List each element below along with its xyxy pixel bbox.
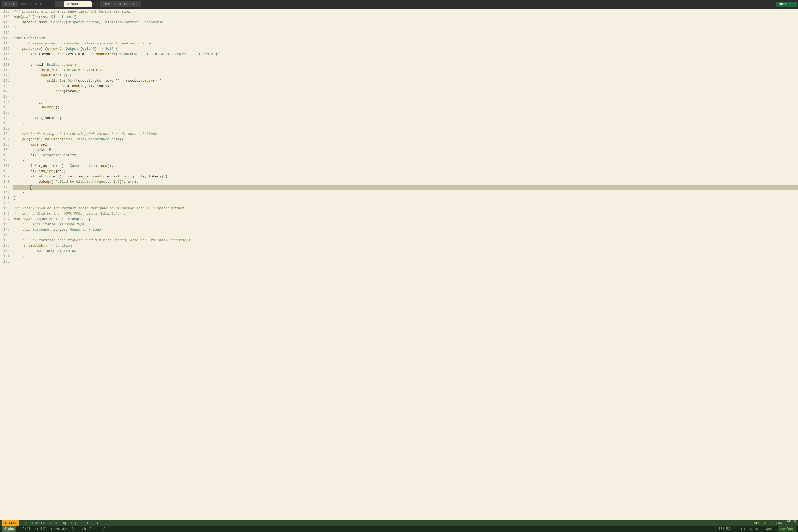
lc-132: pub(crate) fn dispatch<R: Into<DispatchR…	[13, 137, 798, 142]
ln-137: 137	[0, 163, 13, 169]
tab-bar: ⌗ / 1 [coc-explorer]-1 - 2 dispatch.rs $…	[0, 0, 798, 8]
line-119: 119 .name("dispatch-worker".into())	[0, 68, 798, 73]
ln-136: 136	[0, 158, 13, 163]
line-125: 125 })	[0, 99, 798, 105]
status-mode-label: V-LINE	[5, 521, 16, 525]
line-149: 149 type Response: server::Response + Se…	[0, 227, 798, 232]
line-136: 136 ) {	[0, 158, 798, 163]
bottom-day: Wed	[766, 527, 772, 531]
tab-1[interactable]: ⌗ / 1	[2, 1, 18, 7]
lc-148: /// Serializable response type.	[13, 222, 798, 227]
tab-separator-2: $ /	[92, 2, 99, 6]
ln-135: 135	[0, 153, 13, 158]
branch-label: master ᚠ	[779, 2, 794, 6]
line-134: 134 request: R,	[0, 147, 798, 153]
lc-109: pub(crate) struct Dispatcher {	[13, 14, 798, 20]
ln-122: 122	[0, 83, 13, 89]
tab-separator-1: [coc-explorer]-1 -	[18, 2, 55, 6]
surface-badge: surface	[778, 526, 796, 532]
status-dot: ●	[770, 521, 772, 525]
lc-116: let (sender, receiver) = mpsc::channel::…	[13, 52, 798, 57]
line-132: 132 pub(crate) fn dispatch<R: Into<Dispa…	[0, 137, 798, 142]
ln-121: 121	[0, 78, 13, 83]
status-separator-backslash-2: \	[81, 521, 82, 525]
lc-110: sender: mpsc::Sender<(DispatchRequest, I…	[13, 20, 798, 25]
ln-144: 144	[0, 201, 13, 206]
lc-141: }	[13, 185, 798, 190]
ln-126: 126	[0, 105, 13, 110]
status-encoding: utf-8[unix]	[55, 521, 76, 525]
line-117: 117	[0, 57, 798, 62]
ln-127: 127	[0, 110, 13, 115]
ln-147: 147	[0, 216, 13, 222]
ln-113: 113	[0, 36, 13, 41]
ln-128: 128	[0, 115, 13, 121]
lc-113: impl Dispatcher {	[13, 36, 798, 41]
lc-133: &mut self,	[13, 142, 798, 147]
line-138: 138 ctx.add_job(job);	[0, 169, 798, 174]
line-124: 124 }	[0, 94, 798, 99]
bottom-time: 12:41	[21, 527, 30, 531]
line-123: 123 drop(token);	[0, 89, 798, 94]
tab-2-label: 2	[58, 2, 60, 6]
ln-110: 110	[0, 20, 13, 25]
lc-122: request.handle(ctx, &out);	[13, 83, 798, 89]
line-140: 140 debug!("failed to dispatch request: …	[0, 179, 798, 185]
line-155: 155	[0, 259, 798, 264]
bottom-bytes: 171 B/s	[719, 527, 732, 531]
ln-124: 124	[0, 94, 13, 99]
lc-128: Self { sender }	[13, 115, 798, 121]
line-110: 110 sender: mpsc::Sender<(DispatchReques…	[0, 20, 798, 25]
ln-130: 130	[0, 126, 13, 131]
ln-108: 108	[0, 9, 13, 14]
tab-dispatch[interactable]: dispatch.rs	[64, 1, 92, 7]
line-145: 145 /// Stdin-non-blocking request logic…	[0, 206, 798, 211]
line-126: 126 .unwrap();	[0, 105, 798, 110]
lc-147: pub trait RequestAction: LSPRequest {	[13, 216, 798, 222]
lc-115: pub(crate) fn new<O: Output>(out: O) -> …	[13, 46, 798, 52]
tab-2[interactable]: 2	[55, 1, 63, 7]
line-143: 143 }	[0, 195, 798, 201]
ln-155: 155	[0, 259, 13, 264]
lc-154: }	[13, 254, 798, 259]
ln-146: 146	[0, 211, 13, 216]
line-128: 128 Self { sender }	[0, 115, 798, 121]
lc-135: ctx: InitActionContext,	[13, 153, 798, 158]
status-right: RLS ✓ ● 85% 141:5 10	[754, 519, 796, 527]
status-mode: V-LINE	[2, 520, 19, 526]
line-135: 135 ctx: InitActionContext,	[0, 153, 798, 158]
tab-coc-3[interactable]: [coc-explorer]-3 -	[100, 1, 141, 7]
bottom-transfer: ⬆ 226 B/s	[50, 527, 68, 531]
ln-150: 150	[0, 232, 13, 238]
line-148: 148 /// Serializable response type.	[0, 222, 798, 227]
lc-145: /// Stdin-non-blocking request logic des…	[13, 206, 798, 211]
bottom-right: 171 B/s ⬆ C: 6.9% Wed surface	[716, 526, 796, 532]
line-113: 113 impl Dispatcher {	[0, 36, 798, 41]
ln-119: 119	[0, 68, 13, 73]
line-139: 139 if let Err(err) = self.sender.send((…	[0, 174, 798, 179]
ln-115: 115	[0, 46, 13, 52]
lc-149: type Response: server::Response + Send;	[13, 227, 798, 232]
ln-109: 109	[0, 14, 13, 20]
status-separator-backslash-1: \	[49, 521, 51, 525]
lc-146: /// and handled on the `WORK_POOL` via a…	[13, 211, 798, 216]
line-133: 133 &mut self,	[0, 142, 798, 147]
ln-114: 114	[0, 41, 13, 46]
status-position: 141:5 10	[786, 519, 796, 527]
ln-153: 153	[0, 248, 13, 254]
ln-152: 152	[0, 243, 13, 248]
lc-138: ctx.add_job(job);	[13, 169, 798, 174]
ln-112: 112	[0, 30, 13, 36]
line-142: 142 }	[0, 190, 798, 195]
ln-140: 140	[0, 179, 13, 185]
status-rls: RLS	[754, 521, 760, 525]
line-137: 137 let (job, token) = ConcurrentJob::ne…	[0, 163, 798, 169]
lc-143: }	[13, 195, 798, 201]
lc-134: request: R,	[13, 147, 798, 153]
ln-132: 132	[0, 137, 13, 142]
lc-131: /// Sends a request to the dispatch-work…	[13, 131, 798, 137]
line-153: 153 DEFAULT_REQUEST_TIMEOUT	[0, 248, 798, 254]
line-127: 127	[0, 110, 798, 115]
bottom-mode-label: Alpha	[4, 527, 14, 531]
line-131: 131 /// Sends a request to the dispatch-…	[0, 131, 798, 137]
